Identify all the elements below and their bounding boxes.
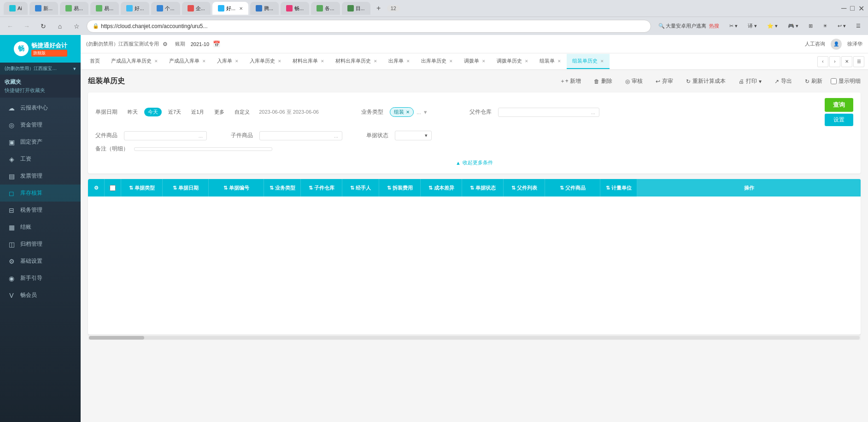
abandon-button[interactable]: ↩ 弃审: [651, 75, 678, 87]
sidebar-item-inventory[interactable]: ◻ 库存核算: [0, 185, 81, 202]
parent-goods-input[interactable]: ...: [124, 131, 207, 140]
new-tab-button[interactable]: +: [372, 2, 385, 15]
date-opt-yesterday[interactable]: 昨天: [124, 108, 141, 116]
sidebar-item-fixed-assets[interactable]: ▣ 固定资产: [0, 133, 81, 150]
favorite-sub[interactable]: 快捷键打开收藏夹: [5, 87, 76, 94]
parent-warehouse-dots[interactable]: ...: [591, 110, 595, 115]
cut-btn[interactable]: ✂ ▾: [726, 22, 741, 30]
sidebar-item-checkout[interactable]: ▦ 结账: [0, 219, 81, 236]
scroll-track[interactable]: [89, 336, 860, 340]
tab-close-7[interactable]: ✕: [239, 6, 243, 11]
browser-tab-3[interactable]: 易...: [90, 2, 119, 15]
consult-button[interactable]: 人工咨询: [805, 40, 825, 47]
sidebar-item-fund[interactable]: ◎ 资金管理: [0, 116, 81, 133]
page-tab-transfer-history[interactable]: 调拨单历史 ✕: [491, 54, 534, 69]
browser-tab-4[interactable]: 好...: [121, 2, 149, 15]
tab-more[interactable]: ☰: [853, 56, 864, 67]
tab-close-product-in-history[interactable]: ✕: [154, 59, 158, 64]
page-tab-material-out[interactable]: 材料出库单 ✕: [287, 54, 330, 69]
browser-tab-5[interactable]: 个...: [151, 2, 180, 15]
delete-button[interactable]: 🗑 删除: [589, 75, 617, 87]
show-detail-checkbox-label[interactable]: 显示明细: [831, 77, 861, 85]
th-doc-date[interactable]: ⇅ 单据日期: [163, 179, 209, 197]
page-tab-product-in[interactable]: 产成品入库单 ✕: [164, 54, 211, 69]
tab-close-out-history[interactable]: ✕: [449, 59, 453, 64]
page-tab-transfer[interactable]: 调拨单 ✕: [458, 54, 491, 69]
th-biz-type[interactable]: ⇅ 业务类型: [264, 179, 301, 197]
review-button[interactable]: ◎ 审核: [621, 75, 647, 87]
recalc-button[interactable]: ↻ 重新计算成本: [681, 75, 730, 87]
th-child-warehouse[interactable]: ⇅ 子件仓库: [301, 179, 342, 197]
tab-scroll-right[interactable]: ›: [829, 56, 840, 67]
bill-status-select[interactable]: ▾: [395, 131, 432, 140]
sidebar-item-archive[interactable]: ◫ 归档管理: [0, 236, 81, 253]
user-name[interactable]: 徐泽华: [847, 40, 862, 47]
th-settings[interactable]: ⚙: [88, 179, 105, 197]
th-cost-diff[interactable]: ⇅ 成本差异: [421, 179, 462, 197]
date-opt-custom[interactable]: 自定义: [231, 108, 253, 116]
show-detail-checkbox[interactable]: [831, 78, 837, 84]
sidebar-item-cloud-report[interactable]: ☁ 云报表中心: [0, 99, 81, 116]
child-goods-dots[interactable]: ...: [334, 133, 338, 139]
sidebar-item-invoice[interactable]: ▤ 发票管理: [0, 168, 81, 185]
maximize-button[interactable]: □: [850, 4, 855, 12]
close-window-button[interactable]: ✕: [858, 4, 864, 13]
scroll-thumb[interactable]: [89, 336, 144, 340]
undo-btn[interactable]: ↩ ▾: [834, 22, 850, 30]
home-button[interactable]: ⌂: [53, 20, 66, 33]
th-doc-status[interactable]: ⇅ 单据状态: [462, 179, 504, 197]
sidebar-item-salary[interactable]: ◈ 工资: [0, 150, 81, 168]
sidebar-item-member[interactable]: V 畅会员: [0, 287, 81, 304]
th-unit[interactable]: ⇅ 计量单位: [600, 179, 637, 197]
browser-tab-11[interactable]: 目...: [342, 2, 370, 15]
new-button[interactable]: ＋ + 新增: [555, 75, 586, 87]
tab-scroll-left[interactable]: ‹: [817, 56, 828, 67]
reload-button[interactable]: ↻: [37, 20, 50, 33]
page-tab-warehouse-in-history[interactable]: 入库单历史 ✕: [244, 54, 287, 69]
browser-tab-10[interactable]: 各...: [311, 2, 340, 15]
child-goods-input[interactable]: ...: [259, 131, 342, 140]
bookmark-button[interactable]: ☆: [70, 20, 83, 33]
grid-btn[interactable]: ⊞: [805, 22, 816, 30]
tab-close-material-out[interactable]: ✕: [321, 59, 324, 64]
export-button[interactable]: ↗ 导出: [770, 75, 797, 87]
parent-warehouse-input[interactable]: ...: [498, 108, 599, 117]
th-handler[interactable]: ⇅ 经手人: [342, 179, 379, 197]
sidebar-company[interactable]: (勿删勿禁用）江西服宝测试专用 ▾: [0, 63, 81, 75]
browser-tab-1[interactable]: 新...: [29, 2, 58, 15]
search-bar[interactable]: 🔍 大量安卓用户逃离 热搜: [655, 22, 723, 30]
collapse-button[interactable]: ▲ 收起更多条件: [454, 157, 495, 168]
page-tab-out[interactable]: 出库单 ✕: [383, 54, 416, 69]
settings-button[interactable]: 设置: [825, 114, 853, 126]
th-checkbox[interactable]: [105, 179, 121, 197]
tab-close-warehouse-in[interactable]: ✕: [235, 59, 239, 64]
game-btn[interactable]: 🎮 ▾: [784, 22, 802, 30]
tab-close-transfer[interactable]: ✕: [482, 59, 486, 64]
sun-btn[interactable]: ☀: [819, 22, 831, 30]
page-tab-warehouse-in[interactable]: 入库单 ✕: [211, 54, 244, 69]
th-doc-num[interactable]: ⇅ 单据编号: [209, 179, 264, 197]
back-button[interactable]: ←: [4, 20, 17, 33]
page-tab-product-in-history[interactable]: 产成品入库单历史 ✕: [106, 54, 164, 69]
page-tab-material-out-history[interactable]: 材料出库单历史 ✕: [330, 54, 383, 69]
horizontal-scrollbar[interactable]: [88, 335, 861, 340]
parent-goods-dots[interactable]: ...: [199, 133, 203, 139]
select-all-checkbox[interactable]: [110, 185, 116, 191]
biz-type-dropdown-icon[interactable]: ▾: [424, 109, 427, 116]
calendar-icon[interactable]: 📅: [213, 40, 220, 47]
browser-tab-7[interactable]: 好... ✕: [212, 2, 248, 15]
date-opt-more[interactable]: 更多: [211, 108, 228, 116]
page-tab-assembly-history[interactable]: 组装单历史 ✕: [567, 54, 610, 69]
tab-close-warehouse-in-history[interactable]: ✕: [278, 59, 282, 64]
note-input[interactable]: [134, 147, 272, 151]
browser-tab-6[interactable]: 企...: [182, 2, 211, 15]
date-opt-today[interactable]: 今天: [144, 108, 162, 116]
th-disassembly-fee[interactable]: ⇅ 拆装费用: [379, 179, 421, 197]
sidebar-item-guide[interactable]: ◉ 新手引导: [0, 270, 81, 287]
browser-tab-8[interactable]: 腾...: [250, 2, 279, 15]
minimize-button[interactable]: ─: [841, 4, 846, 12]
date-opt-7days[interactable]: 近7天: [164, 108, 185, 116]
browser-tab-2[interactable]: 易...: [60, 2, 88, 15]
tab-close-assembly-history[interactable]: ✕: [600, 59, 604, 64]
tab-close-transfer-history[interactable]: ✕: [525, 59, 528, 64]
